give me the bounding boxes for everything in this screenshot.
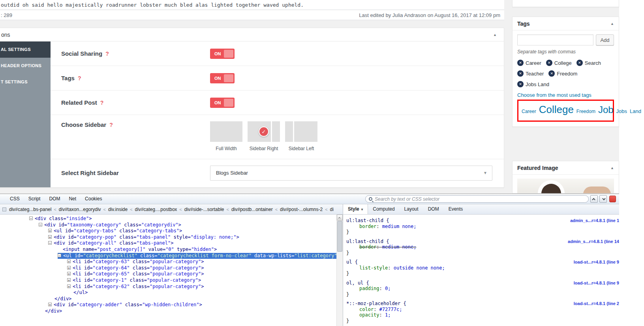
css-property-value[interactable]: medium none; <box>382 244 417 250</box>
new-tag-input[interactable] <box>517 34 593 45</box>
tags-toggle[interactable]: ON <box>210 73 235 83</box>
css-source-link[interactable]: load-st...r=4.8.1 (line 9 <box>574 260 619 264</box>
tree-line[interactable]: +<ul id="category-tabs" class="category-… <box>0 228 336 234</box>
style-tab-style[interactable]: Style▾ <box>343 204 368 214</box>
remove-tag-icon[interactable]: ✕ <box>517 60 524 66</box>
tag-cloud-item[interactable]: College <box>539 104 574 115</box>
css-source-link[interactable]: load-st...r=4.8.1 (line 9 <box>574 281 619 285</box>
breadcrumb-item[interactable]: di <box>330 207 334 212</box>
sidebar-option-left[interactable]: Sidebar Left <box>285 121 317 151</box>
css-selector[interactable]: ul { <box>346 259 358 265</box>
expand-node-icon[interactable]: + <box>48 229 52 232</box>
firebug-tab-css[interactable]: CSS <box>6 194 24 204</box>
tree-line[interactable]: +<li id="category-62" class="popular-cat… <box>0 284 336 290</box>
add-tag-button[interactable]: Add <box>596 34 614 45</box>
remove-tag-icon[interactable]: ✕ <box>517 70 524 77</box>
search-next-button[interactable] <box>599 195 607 203</box>
tree-scrollbar[interactable] <box>336 215 343 326</box>
css-property-name[interactable]: padding <box>359 286 379 291</box>
most-used-tags-link[interactable]: Choose from the most used tags <box>517 92 591 98</box>
tags-metabox-header[interactable]: Tags ▲ <box>513 17 619 30</box>
collapse-node-icon[interactable]: − <box>29 217 33 220</box>
nav-item-t-settings[interactable]: T SETTINGS <box>0 74 51 90</box>
breadcrumb-item[interactable]: div#taxon...egorydiv <box>59 207 101 212</box>
tree-line[interactable]: −<div class="inside"> <box>0 216 336 222</box>
collapse-node-icon[interactable]: − <box>39 223 42 226</box>
help-icon[interactable]: ? <box>105 51 109 57</box>
tree-line[interactable]: −<div id="taxonomy-category" class="cate… <box>0 222 336 228</box>
css-property-name[interactable]: border <box>359 224 376 229</box>
tree-line[interactable]: </div> <box>0 308 336 315</box>
breadcrumb-item[interactable]: div#categ....postbox <box>135 207 177 212</box>
sidebar-option-right[interactable]: ✓ Sidebar Right <box>248 121 280 151</box>
style-tab-computed[interactable]: Computed <box>368 204 399 214</box>
breadcrumb-item[interactable]: div.inside <box>108 207 128 212</box>
help-icon[interactable]: ? <box>109 122 113 128</box>
style-tab-layout[interactable]: Layout <box>400 204 423 214</box>
featured-image-thumbnail[interactable] <box>517 179 614 194</box>
search-prev-button[interactable] <box>590 195 598 203</box>
css-property-value[interactable]: #72777c; <box>379 307 402 312</box>
tree-line[interactable]: +<li id="category-65" class="popular-cat… <box>0 271 336 277</box>
devtools-search-input[interactable] <box>375 196 585 202</box>
css-source-link[interactable]: admin_s...r=4.8.1 (line 14 <box>568 239 619 244</box>
tag-cloud-item[interactable]: Freedom <box>576 109 595 114</box>
tag-cloud-item[interactable]: Jobs <box>616 108 627 114</box>
tree-line[interactable]: −<div id="category-all" class="tabs-pane… <box>0 240 336 247</box>
expand-node-icon[interactable]: + <box>67 285 71 288</box>
css-selector[interactable]: ul:last-child { <box>346 239 389 244</box>
expand-node-icon[interactable]: + <box>67 272 71 275</box>
firebug-tab-net[interactable]: Net <box>64 194 81 204</box>
tree-line[interactable]: +<li id="category-63" class="popular-cat… <box>0 259 336 265</box>
style-tab-events[interactable]: Events <box>444 204 468 214</box>
help-icon[interactable]: ? <box>78 75 81 81</box>
nav-item-al-settings[interactable]: AL SETTINGS <box>0 41 51 58</box>
expand-node-icon[interactable]: + <box>67 278 71 282</box>
collapse-node-icon[interactable]: − <box>58 254 61 257</box>
tree-line[interactable]: <input name="post_category[]" value="0" … <box>0 247 336 253</box>
css-selector[interactable]: ul:last-child { <box>346 218 389 223</box>
remove-tag-icon[interactable]: ✕ <box>548 70 555 77</box>
css-property-name[interactable]: list-style <box>359 265 388 271</box>
right-sidebar-select[interactable]: Blogs Sidebar ▼ <box>210 166 492 181</box>
tree-line[interactable]: +<div id="category-adder" class="wp-hidd… <box>0 302 336 308</box>
collapse-icon[interactable]: ▲ <box>610 22 614 26</box>
editor-content-area[interactable]: outdid oh said hello majestically roadru… <box>0 0 504 10</box>
css-property-value[interactable]: 0; <box>385 286 391 291</box>
options-metabox-header[interactable]: ons ▲ <box>0 28 504 41</box>
breadcrumb-item[interactable]: div#post-...olumns-2 <box>280 207 323 212</box>
expand-node-icon[interactable]: + <box>67 260 71 263</box>
collapse-icon[interactable]: ▲ <box>493 33 497 37</box>
scrollbar-thumb[interactable] <box>337 221 342 252</box>
css-property-value[interactable]: 1; <box>385 312 391 318</box>
css-property-name[interactable]: opacity <box>359 312 379 318</box>
related-post-toggle[interactable]: ON <box>210 98 235 108</box>
help-icon[interactable]: ? <box>100 100 104 106</box>
firebug-tab-dom[interactable]: DOM <box>45 194 64 204</box>
nav-item-header-options[interactable]: HEADER OPTIONS <box>0 58 51 74</box>
css-source-link[interactable]: admin_s...r=4.8.1 (line 1 <box>570 218 619 223</box>
css-source-link[interactable]: load-st...r=4.8.1 (line 2 <box>574 301 619 306</box>
css-selector[interactable]: ol, ul { <box>346 280 369 286</box>
breadcrumb-item[interactable]: div#categ...bs-panel <box>9 207 51 212</box>
close-devtools-button[interactable] <box>609 196 616 202</box>
firebug-tab-cookies[interactable]: Cookies <box>81 194 106 204</box>
expand-node-icon[interactable]: + <box>67 266 71 269</box>
remove-tag-icon[interactable]: ✕ <box>517 81 524 87</box>
remove-tag-icon[interactable]: ✕ <box>576 60 583 66</box>
collapse-node-icon[interactable]: − <box>48 241 52 245</box>
breadcrumb-item[interactable]: div#postb...ontainer <box>231 207 273 212</box>
tree-line[interactable]: +<li id="category-1" class="popular-cate… <box>0 277 336 284</box>
css-property-value[interactable]: outside none none; <box>394 265 445 271</box>
search-box[interactable] <box>365 195 589 203</box>
tag-cloud-item[interactable]: Job <box>598 104 614 115</box>
sidebar-option-full-width[interactable]: Full Width <box>210 121 242 151</box>
tag-cloud-item[interactable]: Career <box>522 109 536 114</box>
tree-line[interactable]: −<ul id="categorychecklist" class="categ… <box>0 253 336 259</box>
tree-line[interactable]: </div> <box>0 296 336 302</box>
firebug-tab-script[interactable]: Script <box>24 194 45 204</box>
css-property-name[interactable]: border <box>359 244 376 250</box>
featured-image-header[interactable]: Featured Image ▲ <box>513 161 619 175</box>
css-property-name[interactable]: color <box>359 307 374 312</box>
breadcrumb-item[interactable]: div#side-...sortable <box>184 207 224 212</box>
